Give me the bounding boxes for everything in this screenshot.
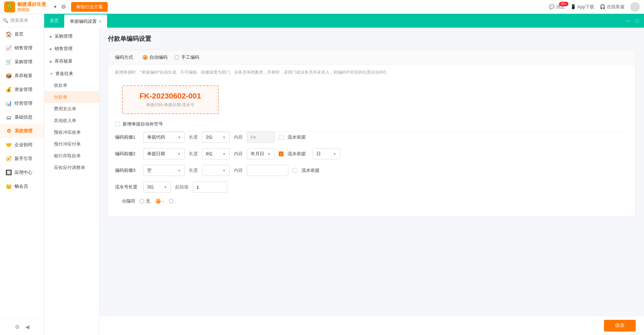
auto-code-radio[interactable] bbox=[143, 55, 147, 60]
sidebar-item-home[interactable]: 🏠 首页 bbox=[0, 27, 44, 41]
sidebar-item-operation[interactable]: 📊 经营管理 bbox=[0, 96, 44, 110]
arrow-inventory: ▶ bbox=[50, 59, 52, 63]
manual-code-option[interactable]: 手工编码 bbox=[174, 54, 199, 61]
sidebar-item-apps[interactable]: 🔲 应用中心 bbox=[0, 166, 44, 179]
prefix2-label: 编码前缀2 bbox=[115, 151, 139, 157]
settings-button[interactable]: ⚙ bbox=[59, 2, 68, 12]
sub-nav-item-pre-receive[interactable]: 预收冲应收单 bbox=[44, 127, 99, 138]
search-icon: 🔍 bbox=[3, 18, 8, 23]
sales-icon: 📈 bbox=[6, 45, 12, 51]
sidebar-item-system[interactable]: ⚙ 系统管理 bbox=[0, 124, 44, 138]
page-title: 付款单编码设置 bbox=[108, 35, 636, 43]
sub-nav-item-pre-pay[interactable]: 预付冲应付单 bbox=[44, 138, 99, 150]
sub-nav-header-sales[interactable]: ▶ 销售管理 bbox=[44, 43, 99, 55]
start-value-label: 起始值 bbox=[175, 184, 189, 190]
sub-nav-item-other-income[interactable]: 其他收入单 bbox=[44, 115, 99, 127]
tab-home[interactable]: 首页 bbox=[44, 14, 64, 28]
sidebar-nav: 🏠 首页 📈 销售管理 🛒 采购管理 📦 库存核算 💰 资金管理 📊 经 bbox=[0, 27, 44, 318]
prefix1-select[interactable]: 单据代码 ▼ bbox=[143, 132, 185, 143]
purchase-icon: 🛒 bbox=[6, 59, 12, 65]
waterflow2-period-select[interactable]: 日 ▼ bbox=[313, 148, 340, 159]
content1-input[interactable] bbox=[247, 132, 275, 143]
prefix3-select[interactable]: 空 ▼ bbox=[143, 165, 185, 176]
manual-code-radio[interactable] bbox=[174, 55, 179, 60]
preview-code: FK-20230602-001 bbox=[131, 92, 210, 101]
form-row-prefix1: 编码前缀1 单据代码 ▼ 长度 2位 ▼ 内容 bbox=[115, 132, 628, 143]
waterflow2-checkbox[interactable]: ✓ bbox=[279, 151, 283, 156]
sidebar-bottom: ⚙ ◀ bbox=[0, 318, 44, 335]
sep-dot-option[interactable]: . bbox=[169, 199, 176, 204]
sidebar-item-coop[interactable]: 🤝 企业协同 bbox=[0, 138, 44, 152]
length2-arrow: ▼ bbox=[222, 152, 226, 156]
auto-fill-row: 新增单据自动补空号 bbox=[108, 120, 635, 131]
content-wrap: 付款单编码设置 编码方式 自动编码 手工编码 bbox=[99, 28, 644, 335]
sub-nav-header-inventory[interactable]: ▶ 库存核算 bbox=[44, 55, 99, 67]
sub-nav-item-payment[interactable]: 付款单 bbox=[44, 91, 99, 103]
sidebar-search[interactable]: 🔍 搜索菜单 bbox=[0, 14, 44, 27]
auto-fill-checkbox[interactable] bbox=[115, 122, 120, 127]
sub-nav-item-expense[interactable]: 费用支出单 bbox=[44, 103, 99, 115]
app-download-button[interactable]: 📱 App下载 bbox=[570, 4, 594, 10]
headset-icon: 🎧 bbox=[600, 4, 605, 9]
content3-input[interactable] bbox=[247, 165, 288, 176]
content2-select[interactable]: 年月日 ▼ bbox=[247, 148, 275, 159]
waterflow1-label: 流水依据 bbox=[288, 134, 306, 140]
nav-arrow[interactable]: ▼ bbox=[53, 4, 57, 9]
inventory-icon: 📦 bbox=[6, 73, 12, 79]
waterflow1-checkbox[interactable] bbox=[279, 135, 283, 140]
auto-code-option[interactable]: 自动编码 bbox=[143, 54, 167, 61]
sidebar-item-purchase[interactable]: 🛒 采购管理 bbox=[0, 55, 44, 69]
brand-text: 畅捷通好生意 旗舰版 bbox=[17, 1, 46, 13]
prefix2-select[interactable]: 单据日期 ▼ bbox=[143, 148, 185, 159]
sep-dash-option[interactable]: - bbox=[156, 199, 163, 204]
sidebar-item-inventory[interactable]: 📦 库存核算 bbox=[0, 69, 44, 83]
sub-nav-item-adjust[interactable]: 应收应付调整单 bbox=[44, 162, 99, 174]
prefix1-arrow: ▼ bbox=[177, 136, 181, 139]
sidebar-item-guide[interactable]: 🧭 新手引导 bbox=[0, 152, 44, 166]
sidebar-item-basic[interactable]: 🗂 基础信息 bbox=[0, 110, 44, 124]
sep-dot-radio[interactable] bbox=[169, 199, 174, 204]
tab-encoding[interactable]: 单据编码设置 × bbox=[64, 15, 107, 28]
sidebar-item-sales[interactable]: 📈 销售管理 bbox=[0, 41, 44, 55]
tab-close-button[interactable]: × bbox=[99, 19, 102, 24]
serial-length-select[interactable]: 3位 ▼ bbox=[143, 182, 171, 193]
start-value-input[interactable] bbox=[193, 182, 227, 193]
sub-nav-header-purchase[interactable]: ▶ 采购管理 bbox=[44, 30, 99, 42]
sep-dash-radio[interactable] bbox=[156, 199, 161, 204]
form-row-prefix2: 编码前缀2 单据日期 ▼ 长度 8位 ▼ 内容 bbox=[115, 148, 628, 159]
sub-nav-item-receipt[interactable]: 收款单 bbox=[44, 80, 99, 91]
sidebar-settings-button[interactable]: ⚙ bbox=[13, 322, 21, 332]
length1-arrow: ▼ bbox=[222, 136, 226, 139]
length2-select[interactable]: 8位 ▼ bbox=[202, 148, 230, 159]
length3-select[interactable]: ▼ bbox=[202, 165, 230, 176]
top-bar-left: 🍀 畅捷通好生意 旗舰版 ▼ ⚙ 体验行业方案 bbox=[4, 1, 108, 13]
info-text: 新增单据时，*单据编码*自动生成、不可编辑。前缀设置为部门、业务员等档案类，开单… bbox=[108, 65, 635, 80]
operation-icon: 📊 bbox=[6, 100, 12, 106]
sub-nav-group-purchase: ▶ 采购管理 bbox=[44, 30, 99, 42]
sep-none-radio[interactable] bbox=[140, 199, 144, 204]
waterflow3-checkbox[interactable] bbox=[292, 168, 297, 173]
preview-desc: 单据代码-单据日期-流水号 bbox=[131, 102, 210, 108]
save-button[interactable]: 保存 bbox=[604, 320, 636, 332]
maximize-button[interactable]: □ bbox=[633, 17, 641, 25]
sidebar-item-member[interactable]: 👑 畅会员 bbox=[0, 179, 44, 193]
sub-nav-item-bank[interactable]: 银行存取款单 bbox=[44, 150, 99, 162]
content-area: 付款单编码设置 编码方式 自动编码 手工编码 bbox=[99, 28, 644, 316]
experience-button[interactable]: 体验行业方案 bbox=[71, 2, 108, 12]
separator-options: 无 - . bbox=[140, 198, 176, 204]
guide-icon: 🧭 bbox=[6, 156, 12, 162]
sep-none-option[interactable]: 无 bbox=[140, 198, 150, 204]
encoding-method-label: 编码方式 bbox=[115, 54, 133, 61]
separator-row: 分隔符 无 - bbox=[115, 198, 628, 210]
length1-label: 长度 bbox=[189, 134, 198, 140]
minimize-button[interactable]: ─ bbox=[624, 17, 632, 25]
form-row-serial: 流水号长度 3位 ▼ 起始值 bbox=[115, 182, 628, 193]
message-button[interactable]: 💬 消息 99+ bbox=[549, 4, 565, 10]
content-right: 首页 单据编码设置 × ─ □ ▶ 采购管理 bbox=[44, 14, 644, 335]
sub-nav-header-fund[interactable]: ▼ 资金往来 bbox=[44, 68, 99, 80]
sidebar-collapse-button[interactable]: ◀ bbox=[24, 322, 31, 332]
sidebar-item-fund[interactable]: 💰 资金管理 bbox=[0, 83, 44, 96]
length1-select[interactable]: 2位 ▼ bbox=[202, 132, 230, 143]
online-service-button[interactable]: 🎧 在线客服 bbox=[600, 4, 625, 10]
avatar[interactable] bbox=[630, 2, 640, 12]
